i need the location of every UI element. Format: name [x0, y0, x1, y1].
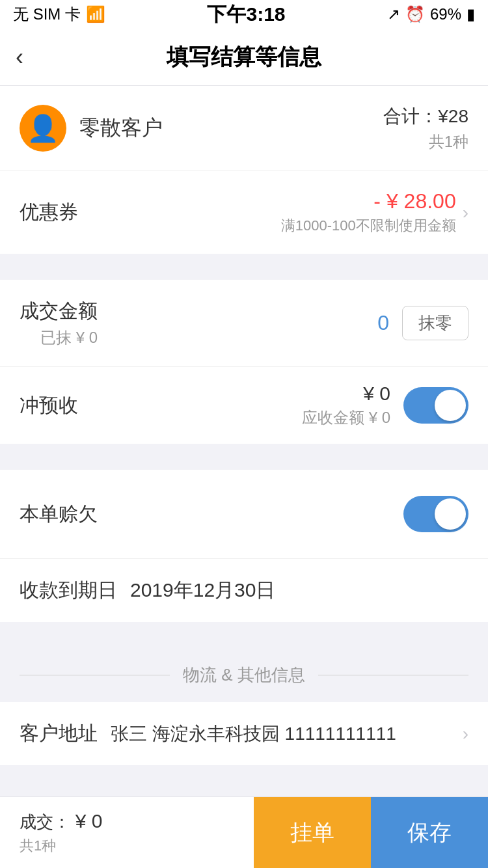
status-left: 无 SIM 卡 📶	[13, 4, 105, 25]
nav-bar: ‹ 填写结算等信息	[0, 29, 488, 86]
credit-label: 本单赊欠	[20, 501, 98, 528]
credit-section: 本单赊欠 收款到期日 2019年12月30日	[0, 470, 488, 622]
transaction-sub: 已抹 ¥ 0	[20, 327, 98, 348]
save-button[interactable]: 保存	[371, 797, 488, 868]
address-row[interactable]: 客户地址 张三 海淀永丰科技园 11111111111 ›	[0, 702, 488, 765]
coupon-right: - ¥ 28.00 满1000-100不限制使用金额 ›	[281, 189, 468, 236]
due-date-value: 2019年12月30日	[130, 577, 275, 604]
signal-text: 无 SIM 卡	[13, 4, 81, 25]
prepay-toggle[interactable]	[403, 387, 468, 424]
footer-deal-label: 成交：	[20, 812, 70, 832]
transaction-value: 0	[377, 311, 389, 335]
battery-text: 69%	[430, 5, 461, 23]
address-label: 客户地址	[20, 720, 98, 747]
total-count: 共1种	[383, 131, 468, 152]
prepay-row: 冲预收 ¥ 0 应收金额 ¥ 0	[0, 366, 488, 444]
separator-3	[0, 635, 488, 648]
footer-deal-row: 成交： ¥ 0	[20, 810, 234, 834]
status-right: ↗ ⏰ 69% ▮	[387, 5, 475, 23]
total-amount: 合计：¥28	[383, 104, 468, 129]
transaction-section: 成交金额 已抹 ¥ 0 0 抹零 冲预收 ¥ 0 应收金额 ¥ 0	[0, 280, 488, 444]
prepay-main-amount: ¥ 0	[302, 383, 390, 405]
status-bar: 无 SIM 卡 📶 下午3:18 ↗ ⏰ 69% ▮	[0, 0, 488, 29]
footer-count: 共1种	[20, 836, 234, 856]
separator-2	[0, 457, 488, 470]
logistics-line-right	[318, 675, 468, 675]
credit-toggle[interactable]	[403, 496, 468, 532]
transaction-row: 成交金额 已抹 ¥ 0 0 抹零	[0, 280, 488, 366]
logistics-header: 物流 & 其他信息	[0, 648, 488, 702]
alarm-icon: ⏰	[405, 5, 425, 23]
prepay-right: ¥ 0 应收金额 ¥ 0	[302, 383, 468, 428]
transaction-right: 0 抹零	[377, 306, 468, 340]
coupon-info: - ¥ 28.00 满1000-100不限制使用金额	[281, 189, 456, 236]
prepay-sub-amount: 应收金额 ¥ 0	[302, 407, 390, 428]
due-date-label: 收款到期日	[20, 577, 117, 604]
footer: 成交： ¥ 0 共1种 挂单 保存	[0, 796, 488, 868]
status-time: 下午3:18	[207, 1, 285, 28]
battery-icon: ▮	[467, 5, 475, 23]
credit-row: 本单赊欠	[0, 470, 488, 558]
logistics-line-left	[20, 675, 170, 675]
customer-left: 👤 零散客户	[20, 105, 163, 152]
transaction-label: 成交金额	[20, 298, 98, 325]
address-value: 张三 海淀永丰科技园 11111111111	[111, 722, 463, 746]
round-zero-button[interactable]: 抹零	[402, 306, 468, 340]
prepay-amounts: ¥ 0 应收金额 ¥ 0	[302, 383, 390, 428]
due-date-row: 收款到期日 2019年12月30日	[0, 558, 488, 622]
back-button[interactable]: ‹	[16, 44, 23, 71]
customer-name: 零散客户	[79, 114, 163, 142]
hang-button[interactable]: 挂单	[254, 797, 371, 868]
footer-amount: ¥ 0	[75, 810, 103, 832]
address-section: 客户地址 张三 海淀永丰科技园 11111111111 ›	[0, 702, 488, 765]
coupon-row[interactable]: 优惠券 - ¥ 28.00 满1000-100不限制使用金额 ›	[0, 170, 488, 254]
customer-total: 合计：¥28 共1种	[383, 104, 468, 152]
customer-section: 👤 零散客户 合计：¥28 共1种 优惠券 - ¥ 28.00 满1000-10…	[0, 86, 488, 254]
page-title: 填写结算等信息	[167, 42, 321, 72]
coupon-amount: - ¥ 28.00	[281, 189, 456, 213]
chevron-right-icon: ›	[463, 202, 468, 223]
transaction-left: 成交金额 已抹 ¥ 0	[20, 298, 98, 348]
location-icon: ↗	[387, 5, 400, 23]
coupon-desc: 满1000-100不限制使用金额	[281, 216, 456, 236]
coupon-label: 优惠券	[20, 199, 78, 226]
logistics-text: 物流 & 其他信息	[183, 664, 305, 686]
separator-1	[0, 267, 488, 280]
footer-info: 成交： ¥ 0 共1种	[0, 797, 254, 868]
avatar: 👤	[20, 105, 66, 152]
customer-row: 👤 零散客户 合计：¥28 共1种	[0, 86, 488, 170]
wifi-icon: 📶	[86, 5, 105, 23]
address-chevron-icon: ›	[463, 724, 468, 744]
prepay-label: 冲预收	[20, 392, 78, 419]
